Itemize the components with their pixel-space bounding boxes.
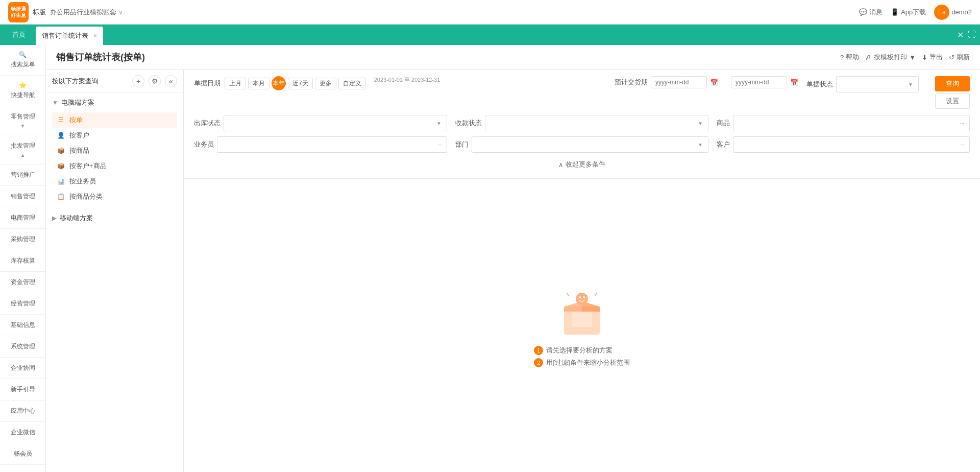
date-btn-last-7-days[interactable]: 近7天 [288,78,313,89]
sidebar-item-app-center[interactable]: 应用中心 [0,400,45,422]
expected-delivery-start[interactable] [651,76,707,88]
top-bar-left: 畅捷通好生意 标版 办公用品行业模拟账套 ∨ [8,2,123,22]
scheme-category-pc: ▼ 电脑端方案 [46,93,183,112]
sidebar-item-marketing[interactable]: 营销推广 [0,164,45,186]
hint-text-1: 请先选择要分析的方案 [546,346,612,355]
close-window-icon[interactable]: ✕ [957,30,964,40]
content-area: 销售订单统计表(按单) ? 帮助 🖨 按模板打印 ▼ ⬇ 导出 ↺ 刷新 [46,45,980,472]
scheme-item-by-order[interactable]: ☰ 按单 [52,112,177,128]
sidebar-item-system[interactable]: 系统管理 [0,336,45,358]
export-btn[interactable]: ⬇ 导出 [922,53,943,62]
scheme-item-by-cust-prod[interactable]: 📦 按客户+商品 [52,158,177,174]
date-range-text: 2023-01-01 至 2023-12-31 [374,76,440,84]
tab-sales-order[interactable]: 销售订单统计表 × [36,27,103,45]
message-label: 消息 [869,8,883,17]
marketing-label: 营销推广 [11,171,35,179]
svg-point-5 [579,296,581,298]
app-name: 标版 [33,8,46,17]
sidebar-item-newbie[interactable]: 新手引导 [0,379,45,400]
enterprise-label: 企业协同 [11,364,35,372]
sidebar-quick-nav[interactable]: ⭐ 快捷导航 [0,76,45,106]
by-product-icon: 📦 [56,146,65,155]
query-button[interactable]: 查询 [935,76,970,91]
app-download-icon: 📱 [891,8,899,16]
sidebar-item-retail[interactable]: 零售管理 ▼ [0,106,45,135]
scheme-item-by-prod-cat[interactable]: 📋 按商品分类 [52,189,177,204]
customer-select[interactable]: ··· [733,136,970,153]
refresh-btn[interactable]: ↺ 刷新 [949,53,970,62]
payment-status-arrow: ▼ [698,121,703,126]
collapse-button[interactable]: ∧ 收起更多条件 [550,157,614,172]
avatar: Ea [934,5,949,20]
calendar-icon-end[interactable]: 📅 [790,79,798,86]
doc-status-select[interactable]: ▼ [836,76,919,92]
tab-home[interactable]: 首页 [4,25,34,45]
scheme-collapse-btn[interactable]: « [165,75,177,87]
payment-status-group: 收款状态 ▼ [455,115,708,131]
sidebar-item-inventory[interactable]: 库存核算 [0,250,45,272]
scheme-edit-btn[interactable]: ⚙ [149,75,161,87]
customer-group: 客户 ··· [717,136,970,153]
date-btn-more[interactable]: 更多 [315,78,336,89]
template-print-btn[interactable]: 🖨 按模板打印 ▼ [865,53,916,62]
action-buttons: 查询 设置 [927,76,970,109]
system-label: 系统管理 [11,342,35,351]
filter-row-3: 业务员 ··· 部门 ▼ [194,136,970,153]
date-btn-this-month[interactable]: 本月 [248,78,270,89]
sidebar-item-finance[interactable]: 资金管理 [0,272,45,293]
gear-icon: ⚙ [152,77,158,85]
by-prod-cat-icon: 📋 [56,192,65,201]
sidebar-item-basic[interactable]: 基础信息 [0,315,45,336]
department-select[interactable]: ▼ [472,136,708,153]
breadcrumb: 办公用品行业模拟账套 ∨ [50,8,123,17]
salesman-select[interactable]: ··· [217,136,447,153]
export-icon: ⬇ [922,54,927,61]
operations-label: 经营管理 [11,299,35,308]
help-btn[interactable]: ? 帮助 [840,53,859,62]
template-print-label: 按模板打印 [874,53,907,62]
message-btn[interactable]: 💬 消息 [859,8,883,17]
sidebar-item-wechat[interactable]: 企业微信 [0,422,45,443]
salesman-more-icon[interactable]: ··· [437,142,442,148]
page-header: 销售订单统计表(按单) ? 帮助 🖨 按模板打印 ▼ ⬇ 导出 ↺ 刷新 [46,45,980,70]
scheme-category-mobile-header[interactable]: ▶ 移动端方案 [52,211,177,225]
date-btn-custom[interactable]: 自定义 [338,78,366,89]
sidebar-item-wholesale[interactable]: 批发管理 ▲ [0,135,45,164]
by-order-icon: ☰ [56,115,65,125]
sidebar-item-purchase[interactable]: 采购管理 [0,229,45,250]
sidebar-item-operations[interactable]: 经营管理 [0,293,45,315]
sidebar-quick-nav-label: 快捷导航 [11,91,35,100]
scheme-item-by-customer[interactable]: 👤 按客户 [52,128,177,143]
basic-label: 基础信息 [11,321,35,329]
setting-button[interactable]: 设置 [935,93,970,109]
scheme-category-header[interactable]: ▼ 电脑端方案 [52,96,177,109]
sidebar-item-member[interactable]: 畅会员 [0,443,45,465]
payment-status-select[interactable]: ▼ [485,115,708,131]
sidebar-search[interactable]: 🔍 搜索菜单 [0,45,45,76]
customer-more-icon[interactable]: ··· [960,142,964,148]
date-btn-last-month[interactable]: 上月 [225,78,246,89]
sidebar-item-enterprise[interactable]: 企业协同 [0,358,45,379]
maximize-icon[interactable]: ⛶ [968,30,976,39]
product-select[interactable]: ··· [733,115,970,131]
date-btn-this-year[interactable]: 本年 [272,76,286,90]
collapse-arrow-icon: ∧ [558,161,564,169]
wholesale-expand-icon: ▲ [20,152,26,158]
wholesale-label: 批发管理 [11,141,35,150]
product-more-icon[interactable]: ··· [960,121,964,126]
scheme-item-by-product[interactable]: 📦 按商品 [52,143,177,158]
calendar-icon-start[interactable]: 📅 [710,79,718,86]
collapse-icon: « [169,77,173,85]
department-label: 部门 [455,140,469,149]
delivery-status-select[interactable]: ▼ [224,115,447,131]
main-layout: 🔍 搜索菜单 ⭐ 快捷导航 零售管理 ▼ 批发管理 ▲ 营销推广 销售管理 电商… [0,45,980,472]
scheme-add-btn[interactable]: + [132,75,144,87]
scheme-item-by-salesman[interactable]: 📊 按业务员 [52,174,177,189]
tab-close-icon[interactable]: × [93,32,97,39]
scheme-category-mobile: ▶ 移动端方案 [46,208,183,228]
expected-delivery-end[interactable] [731,76,787,88]
sidebar-item-ecommerce[interactable]: 电商管理 [0,207,45,229]
user-info[interactable]: Ea demo2 [934,5,972,20]
app-download-btn[interactable]: 📱 App下载 [891,8,926,17]
sidebar-item-sales[interactable]: 销售管理 [0,186,45,207]
